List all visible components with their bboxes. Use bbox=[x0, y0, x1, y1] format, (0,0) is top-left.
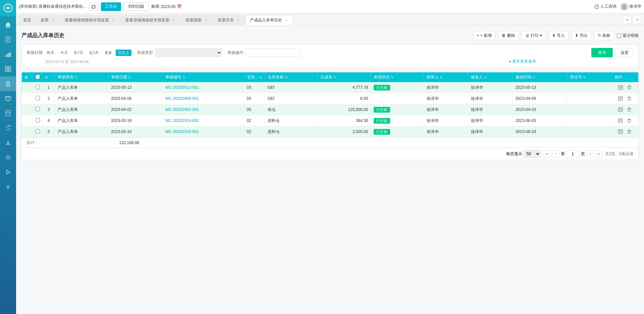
td-number[interactable]: MC-20230319-002 bbox=[163, 115, 244, 126]
sidebar-item-doc[interactable] bbox=[0, 32, 16, 47]
td-checkbox[interactable] bbox=[33, 126, 43, 137]
td-number[interactable]: MC-20230406-001 bbox=[163, 93, 244, 104]
number-link[interactable]: MC-20230319-002 bbox=[165, 118, 199, 123]
th-warehouse-name[interactable]: 仓库名称⇅ bbox=[265, 72, 317, 82]
tab-sales-vat[interactable]: 查看销项增值税专用发票 × bbox=[60, 15, 120, 25]
page-next-btn[interactable]: › bbox=[586, 150, 594, 158]
number-link[interactable]: MC-20230402-001 bbox=[165, 107, 199, 112]
app-logo[interactable] bbox=[0, 0, 16, 16]
date-quick-1month[interactable]: 近1月 bbox=[87, 50, 101, 56]
sidebar-item-box[interactable] bbox=[0, 91, 16, 106]
page-prev-btn[interactable]: ‹ bbox=[552, 150, 559, 158]
number-link[interactable]: MC-20230319-001 bbox=[165, 129, 199, 134]
tab-purchase-vat[interactable]: 查看进项增值税专用发票 × bbox=[121, 15, 180, 25]
expand-more-btn[interactable]: ▾ 展开更多条件 bbox=[509, 59, 536, 64]
td-checkbox[interactable] bbox=[33, 93, 43, 104]
date-quick-today[interactable]: 今天 bbox=[58, 50, 70, 56]
th-voucher[interactable]: 凭证号⇅ bbox=[567, 72, 611, 82]
row-delete-btn[interactable] bbox=[626, 128, 633, 135]
th-creator[interactable]: 制单人⇅ bbox=[424, 72, 468, 82]
sidebar-item-chart[interactable] bbox=[0, 47, 16, 62]
query-button[interactable]: 查询 bbox=[591, 48, 613, 57]
row-edit-btn[interactable] bbox=[617, 84, 624, 91]
th-status[interactable]: 单据状态⇅ bbox=[371, 72, 424, 82]
number-link[interactable]: MC-20230513-001 bbox=[165, 85, 199, 90]
tab-invoices-close[interactable]: × bbox=[51, 18, 55, 23]
th-type[interactable]: 单据类型⇅ bbox=[55, 72, 108, 82]
number-link[interactable]: MC-20230406-001 bbox=[165, 96, 199, 101]
row-edit-btn[interactable] bbox=[617, 106, 624, 113]
date-quick-yesterday[interactable]: 昨天 bbox=[45, 50, 57, 56]
row-delete-btn[interactable] bbox=[626, 117, 633, 124]
tab-maximize[interactable]: ⤢ bbox=[633, 16, 641, 24]
print-button[interactable]: 🖨 打印 ▾ bbox=[522, 31, 546, 40]
import-button[interactable]: ⬆ 导入 bbox=[548, 31, 569, 40]
td-checkbox[interactable] bbox=[33, 115, 43, 126]
td-number[interactable]: MC-20230513-001 bbox=[163, 82, 244, 93]
th-number[interactable]: 单据编号⇅ bbox=[163, 72, 244, 82]
sidebar-item-refresh[interactable] bbox=[0, 121, 16, 135]
copy-button[interactable] bbox=[89, 3, 98, 11]
sidebar-item-download[interactable] bbox=[0, 135, 16, 150]
row-delete-btn[interactable] bbox=[626, 95, 633, 102]
tab-invoice-calc-close[interactable]: × bbox=[204, 18, 208, 23]
set-button[interactable]: 设置 bbox=[615, 48, 634, 57]
type-filter-select[interactable] bbox=[155, 48, 222, 57]
sidebar-item-lock[interactable] bbox=[0, 76, 16, 91]
sidebar-item-home[interactable] bbox=[0, 17, 16, 32]
row-checkbox[interactable] bbox=[36, 85, 40, 89]
th-total-cost[interactable]: 总成本⇅ bbox=[317, 72, 371, 82]
export-button[interactable]: ⬇ 导出 bbox=[571, 31, 591, 40]
row-edit-btn[interactable] bbox=[617, 117, 624, 124]
sidebar-item-grid[interactable] bbox=[0, 62, 16, 76]
td-number[interactable]: MC-20230402-001 bbox=[163, 104, 244, 115]
tab-product-storage-close[interactable]: × bbox=[284, 18, 289, 23]
th-settings[interactable]: ⚙ bbox=[22, 72, 33, 82]
calendar-icon[interactable]: 📅 bbox=[177, 4, 182, 9]
row-delete-btn[interactable] bbox=[626, 106, 633, 113]
page-last-btn[interactable]: » bbox=[595, 150, 602, 158]
date-quick-7days[interactable]: 近7天 bbox=[71, 50, 86, 56]
date-quick-custom[interactable]: 自定义 bbox=[116, 50, 131, 56]
select-all-checkbox[interactable] bbox=[36, 75, 40, 79]
number-filter-input[interactable] bbox=[246, 48, 301, 57]
th-modifier[interactable]: 修改人⇅ bbox=[468, 72, 513, 82]
sidebar-item-settings[interactable] bbox=[0, 150, 16, 165]
user-menu[interactable]: 徐泽华 bbox=[621, 3, 641, 10]
td-number[interactable]: MC-20230319-001 bbox=[163, 126, 244, 137]
tab-invoice-calc[interactable]: 发票测算 × bbox=[181, 15, 213, 25]
th-date[interactable]: 单据日期⇅ bbox=[108, 72, 162, 82]
tab-close-all[interactable]: × bbox=[623, 16, 631, 24]
delete-button[interactable]: 🗑 删除 bbox=[498, 31, 519, 40]
tab-sales-vat-close[interactable]: × bbox=[111, 18, 116, 23]
td-checkbox[interactable] bbox=[33, 82, 43, 93]
row-edit-btn[interactable] bbox=[617, 95, 624, 102]
tab-home[interactable]: 首页 bbox=[19, 15, 36, 25]
page-input[interactable] bbox=[566, 150, 580, 158]
row-checkbox[interactable] bbox=[36, 118, 40, 122]
tab-product-storage[interactable]: 产成品入库单历史 × bbox=[246, 15, 293, 25]
support-btn[interactable]: 人工咨询 bbox=[594, 4, 616, 9]
new-button[interactable]: + + 新增 bbox=[473, 31, 495, 40]
tab-invoices[interactable]: 发票 × bbox=[36, 15, 60, 25]
per-page-select[interactable]: 50 20 100 bbox=[524, 150, 541, 158]
row-checkbox[interactable] bbox=[36, 96, 40, 100]
row-delete-btn[interactable] bbox=[626, 84, 633, 91]
tab-invoice-open-close[interactable]: × bbox=[236, 18, 240, 23]
th-checkbox[interactable] bbox=[33, 72, 43, 82]
date-quick-more[interactable]: 更多 bbox=[102, 50, 114, 56]
row-checkbox[interactable] bbox=[36, 107, 40, 111]
th-warehouse-code[interactable]: 仓库...⇅ bbox=[244, 72, 265, 82]
row-edit-btn[interactable] bbox=[617, 128, 624, 135]
show-detail-checkbox[interactable]: 显示明细 bbox=[617, 33, 639, 39]
sidebar-item-v[interactable]: V bbox=[0, 180, 16, 194]
sidebar-item-play[interactable] bbox=[0, 165, 16, 180]
page-first-btn[interactable]: « bbox=[543, 150, 551, 158]
td-checkbox[interactable] bbox=[33, 104, 43, 115]
row-checkbox[interactable] bbox=[36, 129, 40, 133]
show-detail-input[interactable] bbox=[617, 34, 621, 38]
worktable-button[interactable]: 工作台 bbox=[101, 2, 121, 11]
tab-purchase-vat-close[interactable]: × bbox=[171, 18, 176, 23]
th-modify-time[interactable]: 修改时间⇅ bbox=[513, 72, 567, 82]
switch-old-button[interactable]: 切到旧版 bbox=[124, 2, 149, 11]
